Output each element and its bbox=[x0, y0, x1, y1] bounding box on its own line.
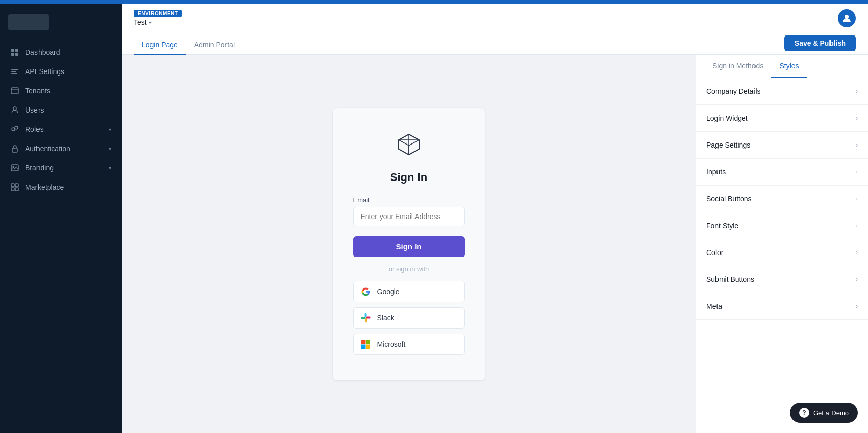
chevron-right-icon: › bbox=[856, 141, 858, 149]
sidebar-item-dashboard[interactable]: Dashboard bbox=[0, 43, 122, 62]
main-content: ENVIRONMENT Test ▾ Login Page bbox=[122, 4, 868, 433]
google-label: Google bbox=[377, 287, 400, 296]
svg-rect-16 bbox=[15, 184, 18, 187]
sidebar-item-label: Users bbox=[25, 106, 44, 114]
sidebar-item-branding[interactable]: Branding ▾ bbox=[0, 158, 122, 177]
sidebar-item-tenants[interactable]: Tenants bbox=[0, 81, 122, 100]
sidebar-item-roles[interactable]: Roles ▾ bbox=[0, 120, 122, 139]
sidebar-item-label: Authentication bbox=[25, 145, 70, 153]
sidebar-item-label: Tenants bbox=[25, 87, 50, 95]
tab-styles[interactable]: Styles bbox=[771, 55, 807, 78]
section-color[interactable]: Color › bbox=[696, 239, 868, 266]
tenants-icon bbox=[10, 86, 19, 95]
sidebar-item-label: Roles bbox=[25, 125, 44, 133]
tab-admin-portal[interactable]: Admin Portal bbox=[186, 35, 243, 55]
auth-icon bbox=[10, 144, 19, 153]
svg-rect-18 bbox=[15, 188, 18, 191]
microsoft-label: Microsoft bbox=[377, 340, 406, 348]
section-label: Submit Buttons bbox=[706, 275, 754, 283]
svg-rect-6 bbox=[11, 73, 17, 74]
branding-icon bbox=[10, 163, 19, 172]
sidebar-item-label: Branding bbox=[25, 164, 54, 172]
chevron-down-icon: ▾ bbox=[109, 146, 111, 152]
tab-login-page[interactable]: Login Page bbox=[134, 35, 186, 55]
sidebar-item-api-settings[interactable]: API Settings bbox=[0, 62, 122, 81]
svg-point-9 bbox=[13, 107, 16, 110]
signin-button[interactable]: Sign In bbox=[353, 236, 465, 257]
get-demo-label: Get a Demo bbox=[813, 409, 849, 417]
right-panel: Sign in Methods Styles Company Details ›… bbox=[696, 55, 868, 433]
user-avatar[interactable] bbox=[838, 9, 856, 27]
section-label: Page Settings bbox=[706, 141, 750, 149]
svg-rect-4 bbox=[11, 69, 18, 70]
section-login-widget[interactable]: Login Widget › bbox=[696, 105, 868, 132]
top-bar bbox=[0, 0, 868, 4]
login-logo bbox=[397, 132, 421, 159]
env-badge: ENVIRONMENT bbox=[134, 10, 182, 17]
svg-point-19 bbox=[845, 15, 849, 19]
section-label: Color bbox=[706, 248, 723, 257]
chevron-right-icon: › bbox=[856, 222, 858, 229]
chevron-down-icon: ▾ bbox=[109, 165, 111, 171]
svg-rect-2 bbox=[11, 53, 14, 56]
header-left: ENVIRONMENT Test ▾ bbox=[134, 10, 182, 26]
microsoft-signin-button[interactable]: Microsoft bbox=[353, 334, 465, 355]
preview-area: Sign In Email Sign In or sign in with bbox=[122, 55, 696, 433]
sidebar-item-marketplace[interactable]: Marketplace bbox=[0, 177, 122, 197]
env-selector[interactable]: Test ▾ bbox=[134, 18, 182, 26]
svg-rect-1 bbox=[15, 49, 18, 52]
svg-point-10 bbox=[12, 128, 15, 131]
svg-rect-5 bbox=[11, 71, 16, 72]
svg-rect-17 bbox=[11, 188, 14, 191]
svg-rect-22 bbox=[361, 344, 366, 349]
sidebar-logo bbox=[0, 8, 122, 39]
slack-signin-button[interactable]: Slack bbox=[353, 307, 465, 329]
tab-sign-in-methods[interactable]: Sign in Methods bbox=[704, 55, 771, 78]
get-demo-button[interactable]: ? Get a Demo bbox=[790, 403, 858, 423]
svg-rect-12 bbox=[12, 148, 17, 152]
svg-point-11 bbox=[15, 126, 18, 129]
panel-sections: Company Details › Login Widget › Page Se… bbox=[696, 78, 868, 433]
sidebar-item-authentication[interactable]: Authentication ▾ bbox=[0, 139, 122, 158]
sidebar-item-users[interactable]: Users bbox=[0, 100, 122, 120]
login-form: Email Sign In or sign in with bbox=[353, 196, 465, 360]
marketplace-icon bbox=[10, 183, 19, 192]
section-page-settings[interactable]: Page Settings › bbox=[696, 132, 868, 159]
chevron-right-icon: › bbox=[856, 276, 858, 283]
content-area: Sign In Email Sign In or sign in with bbox=[122, 55, 868, 433]
sidebar-nav: Dashboard API Settings bbox=[0, 39, 122, 433]
env-name: Test bbox=[134, 18, 147, 26]
svg-rect-20 bbox=[361, 340, 366, 344]
roles-icon bbox=[10, 125, 19, 134]
section-company-details[interactable]: Company Details › bbox=[696, 78, 868, 105]
api-icon bbox=[10, 67, 19, 76]
login-title: Sign In bbox=[390, 171, 427, 184]
header: ENVIRONMENT Test ▾ bbox=[122, 4, 868, 32]
grid-icon bbox=[10, 48, 19, 57]
section-font-style[interactable]: Font Style › bbox=[696, 212, 868, 239]
google-signin-button[interactable]: Google bbox=[353, 281, 465, 302]
svg-rect-3 bbox=[15, 53, 18, 56]
section-label: Inputs bbox=[706, 168, 726, 176]
chevron-right-icon: › bbox=[856, 115, 858, 122]
email-input[interactable] bbox=[353, 207, 465, 226]
chevron-right-icon: › bbox=[856, 168, 858, 175]
section-meta[interactable]: Meta › bbox=[696, 293, 868, 320]
help-icon: ? bbox=[799, 408, 809, 418]
section-inputs[interactable]: Inputs › bbox=[696, 159, 868, 186]
section-label: Login Widget bbox=[706, 114, 748, 122]
or-divider: or sign in with bbox=[353, 265, 465, 273]
section-label: Font Style bbox=[706, 222, 738, 230]
chevron-down-icon: ▾ bbox=[149, 20, 152, 25]
sidebar-item-label: Dashboard bbox=[25, 48, 60, 56]
login-widget: Sign In Email Sign In or sign in with bbox=[333, 108, 485, 380]
panel-tabs: Sign in Methods Styles bbox=[696, 55, 868, 78]
chevron-right-icon: › bbox=[856, 195, 858, 202]
tabs-bar: Login Page Admin Portal Save & Publish bbox=[122, 32, 868, 55]
save-publish-button[interactable]: Save & Publish bbox=[784, 35, 856, 51]
chevron-down-icon: ▾ bbox=[109, 127, 111, 132]
slack-label: Slack bbox=[377, 314, 394, 322]
section-label: Company Details bbox=[706, 87, 761, 95]
section-social-buttons[interactable]: Social Buttons › bbox=[696, 186, 868, 212]
section-submit-buttons[interactable]: Submit Buttons › bbox=[696, 266, 868, 293]
